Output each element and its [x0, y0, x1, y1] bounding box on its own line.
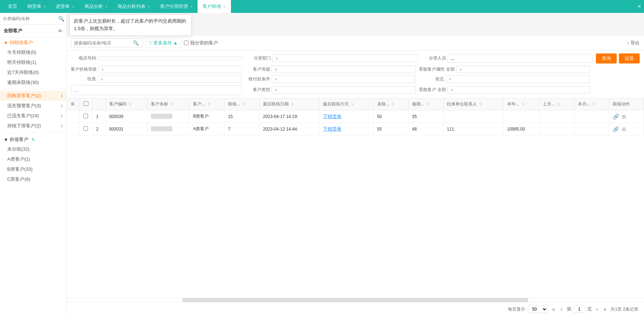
nav-product-analysis[interactable]: 商品分析 × [79, 0, 112, 13]
nav-customer-contact[interactable]: 客户联络 × [198, 0, 231, 13]
select-all-checkbox[interactable] [84, 101, 88, 106]
phone-input[interactable] [97, 57, 243, 60]
sidebar-item-7days-pending[interactable]: 近7天待联络(0) [0, 67, 66, 77]
action-link-icon-0[interactable]: 🔗 [613, 114, 619, 119]
th-action: 联络动作 [609, 98, 644, 110]
value-group-arrow-icon: ▼ [4, 137, 8, 142]
th-last-month[interactable]: 上月... ⇅ [539, 98, 574, 110]
next-page-btn[interactable]: › [595, 306, 599, 313]
manager-ellipsis[interactable]: ... [451, 56, 455, 61]
pending-group-label[interactable]: ▼ 待联络客户 [0, 37, 66, 47]
nav-sales-order[interactable]: 销货单 × [22, 0, 51, 13]
action-grid-icon-1[interactable]: ⊞ [622, 126, 626, 132]
td-check-1[interactable] [79, 123, 92, 135]
first-page-btn[interactable]: « [551, 306, 556, 313]
status-select[interactable]: ∨ [445, 75, 590, 83]
nav-customer-segment[interactable]: 客户分层经营 × [155, 0, 198, 13]
customer-level-select[interactable]: ∨ [272, 66, 416, 73]
sidebar-item-continuous-down[interactable]: 持续下滑客户(2) ℹ [0, 121, 66, 131]
close-purchase-order-icon[interactable]: × [72, 4, 74, 9]
sort-uncontacted-icon: ⇅ [392, 102, 394, 106]
nav-home[interactable]: 首页 [3, 0, 22, 13]
th-customer-level[interactable]: 客户... ⇅ [189, 98, 224, 110]
sidebar-item-overdue-pending[interactable]: 逾期未联络(30) [0, 77, 66, 88]
td-last-method-0[interactable]: 下销货单 [319, 110, 374, 123]
my-customers-checkbox-label[interactable]: 我分管的客户 [184, 40, 218, 46]
prev-page-btn[interactable]: ‹ [559, 306, 564, 313]
top-navigation: 首页 销货单 × 进货单 × 商品分析 × 商品分析列表 × 客户分层经营 × … [0, 0, 644, 13]
th-this-month[interactable]: 本月... ⇅ [574, 98, 609, 110]
th-history-contacts[interactable]: 往来单位联系人 ⇅ [443, 98, 503, 110]
sidebar-search-input[interactable] [3, 16, 57, 21]
value-group-name: 价值客户 [10, 136, 28, 143]
query-button[interactable]: 查询 [596, 53, 617, 63]
sidebar-item-tomorrow-pending[interactable]: 明天待联络(1) [0, 57, 66, 67]
sidebar-search-icon[interactable]: 🔍 [58, 16, 64, 22]
td-last-method-1[interactable]: 下销货单 [319, 123, 374, 135]
close-product-analysis-list-icon[interactable]: × [148, 4, 150, 9]
sidebar-item-already-lost[interactable]: 已流失客户(24) ℹ [0, 111, 66, 121]
th-uncontacted[interactable]: 未联... ⇅ [373, 98, 408, 110]
th-check[interactable] [79, 98, 92, 110]
th-name[interactable]: 客户名称 ⇅ [147, 98, 189, 110]
th-this-year[interactable]: 本年... ⇅ [503, 98, 539, 110]
last-page-btn[interactable]: » [602, 306, 608, 313]
td-history-1: 111 [443, 123, 503, 135]
my-customers-checkbox[interactable] [184, 41, 189, 45]
settings-button[interactable]: 设置 [619, 53, 640, 63]
per-page-select[interactable]: 50 100 200 [528, 305, 548, 313]
close-customer-contact-icon[interactable]: × [223, 4, 226, 9]
export-btn[interactable]: ↑ 导出 [627, 40, 640, 46]
filter-nature: 性质 ∨ [71, 75, 242, 83]
value-group-edit-icon[interactable]: ✎ [31, 137, 35, 142]
th-code[interactable]: 客户编码 ⇅ [105, 98, 147, 110]
sidebar-search-area: 🔍 [0, 13, 66, 25]
search-icon[interactable]: 🔍 [133, 40, 139, 46]
td-action-0: 🔗 ⊞ [609, 110, 644, 123]
sidebar-collapse-btn[interactable]: ≫ [58, 28, 62, 33]
dept-chevron-icon: ∨ [275, 56, 278, 60]
th-gear[interactable]: ⚙ [66, 98, 79, 110]
sidebar-item-repurchase-abnormal[interactable]: 回购异常客户(2) ℹ [0, 91, 66, 101]
sidebar-item-a-type[interactable]: A类客户(1) [0, 154, 66, 164]
tooltip-repurchase: 距客户上次交易时长，超过了此客户的平均交易周期的1.5倍，则视为异常。 [69, 14, 191, 36]
sidebar-item-ungroup[interactable]: 未分组(32) [0, 144, 66, 154]
th-contact-count[interactable]: 联络... ⇅ [224, 98, 259, 110]
customer-type-select[interactable]: ∨ [272, 86, 416, 94]
th-overdue[interactable]: 逾期... ⇅ [408, 98, 443, 110]
sidebar-item-lost-predicted[interactable]: 流失预警客户(3) ℹ [0, 101, 66, 111]
dept-select[interactable]: ∨ [272, 55, 418, 62]
payment-select[interactable]: ∨ [272, 75, 416, 83]
th-last-contact-date[interactable]: 最后联络日期 ⇅ [259, 98, 319, 110]
nav-purchase-order[interactable]: 进货单 × [51, 0, 79, 13]
search-input[interactable] [74, 41, 131, 46]
page-number-input[interactable] [573, 306, 586, 313]
sidebar-item-c-type[interactable]: C类客户(6) [0, 174, 66, 184]
ellipsis-input[interactable]: ... [71, 85, 242, 95]
close-product-analysis-icon[interactable]: × [105, 4, 107, 9]
action-link-icon-1[interactable]: 🔗 [613, 126, 619, 132]
nature-select[interactable]: ∨ [97, 75, 242, 83]
sidebar-item-b-type[interactable]: B类客户(33) [0, 164, 66, 174]
td-uncontacted-0: 50 [373, 110, 408, 123]
retail-attribute-select[interactable]: ∨ [456, 66, 590, 73]
window-close-button[interactable]: × [638, 3, 641, 10]
td-check-0[interactable] [79, 110, 92, 123]
close-customer-segment-icon[interactable]: × [190, 4, 193, 9]
value-group-label[interactable]: ▼ 价值客户 ✎ [0, 134, 66, 144]
retail-customer-select[interactable]: ∨ [448, 86, 590, 94]
td-history-0 [443, 110, 503, 123]
more-conditions-btn[interactable]: ▽ 更多条件 ▲ [145, 38, 181, 48]
td-contact-count-0: 15 [224, 110, 259, 123]
price-level-select[interactable]: ∨ [98, 66, 242, 73]
sidebar-item-today-pending[interactable]: 今天待联络(0) [0, 47, 66, 57]
table-row: 1 000039 B类客户 15 2023-04-17 14:19: 下销货单 … [66, 110, 644, 123]
td-level-0: B类客户 [189, 110, 224, 123]
manager-input[interactable]: ... [448, 54, 593, 63]
close-sales-order-icon[interactable]: × [43, 4, 46, 9]
sidebar: 🔍 全部客户 ≫ ▼ 待联络客户 今天待联络(0) 明天待联络(1) 近7天待联… [0, 13, 66, 316]
horizontal-scrollbar[interactable] [66, 298, 644, 302]
action-grid-icon-0[interactable]: ⊞ [622, 114, 626, 119]
th-last-contact-method[interactable]: 最后联络方式 ⇅ [319, 98, 374, 110]
nav-product-analysis-list[interactable]: 商品分析列表 × [112, 0, 155, 13]
